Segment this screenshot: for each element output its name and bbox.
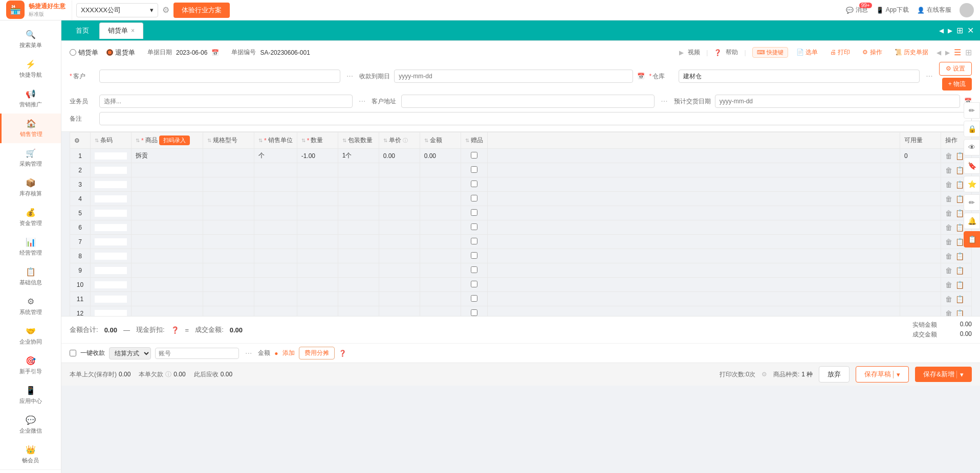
row-pkgqty-10[interactable] xyxy=(338,278,379,292)
row-qty-3[interactable] xyxy=(297,177,338,192)
price-info-icon[interactable]: ⓘ xyxy=(403,137,408,144)
row-gift-2[interactable] xyxy=(461,163,487,177)
row-gift-3[interactable] xyxy=(461,177,487,192)
toolbar-grid-view[interactable]: ⊞ xyxy=(965,48,972,57)
toolbar-select[interactable]: 📄 选单 xyxy=(792,47,822,58)
row-unit-11[interactable] xyxy=(254,292,297,306)
radio-sales[interactable]: 销货单 xyxy=(70,48,98,57)
save-new-dropdown-icon[interactable]: ▾ xyxy=(956,371,964,378)
row-barcode-1[interactable] xyxy=(91,149,132,163)
save-draft-dropdown-icon[interactable]: ▾ xyxy=(893,371,900,378)
row-spec-6[interactable] xyxy=(203,220,254,235)
row-delete-icon-9[interactable]: 🗑 xyxy=(945,266,952,275)
row-delete-icon-8[interactable]: 🗑 xyxy=(945,252,952,260)
row-product-8[interactable] xyxy=(132,249,203,263)
scan-button[interactable]: 扫码录入 xyxy=(159,136,190,145)
row-qty-6[interactable] xyxy=(297,220,338,235)
barcode-input-1[interactable] xyxy=(95,152,127,160)
gift-checkbox-6[interactable] xyxy=(471,223,477,230)
row-barcode-6[interactable] xyxy=(91,220,132,235)
tab-close-icon[interactable]: × xyxy=(131,27,135,34)
row-qty-8[interactable] xyxy=(297,249,338,263)
float-edit-button[interactable]: ✏ xyxy=(964,102,980,119)
row-qty-2[interactable] xyxy=(297,163,338,177)
logistics-button[interactable]: + 物流 xyxy=(942,78,972,91)
sidebar-item-enterprise[interactable]: 🤝 企业协同 xyxy=(0,321,61,351)
row-product-11[interactable] xyxy=(132,292,203,306)
row-spec-1[interactable] xyxy=(203,149,254,163)
settlement-select[interactable]: 结算方式 xyxy=(109,347,151,359)
app-download-button[interactable]: 📱 App下载 xyxy=(876,6,909,14)
warehouse-input[interactable] xyxy=(679,70,920,83)
abandon-button[interactable]: 放弃 xyxy=(819,366,850,382)
sidebar-item-sales[interactable]: 🏠 销售管理 xyxy=(0,114,61,143)
row-price-6[interactable] xyxy=(379,220,420,235)
barcode-input-5[interactable] xyxy=(95,210,127,217)
row-spec-11[interactable] xyxy=(203,292,254,306)
gift-checkbox-12[interactable] xyxy=(471,309,477,316)
row-price-11[interactable] xyxy=(379,292,420,306)
radio-return-input[interactable] xyxy=(106,49,113,56)
th-settings[interactable]: ⚙ xyxy=(70,132,91,149)
row-gift-11[interactable] xyxy=(461,292,487,306)
user-avatar[interactable] xyxy=(960,3,974,17)
row-pkgqty-2[interactable] xyxy=(338,163,379,177)
row-spec-8[interactable] xyxy=(203,249,254,263)
row-amount-12[interactable] xyxy=(420,306,461,317)
row-pkgqty-1[interactable]: 1个 xyxy=(338,149,379,163)
calendar-icon[interactable]: 📅 xyxy=(211,49,219,56)
row-product-5[interactable] xyxy=(132,206,203,220)
sidebar-item-guide[interactable]: 🎯 新手引导 xyxy=(0,351,61,380)
row-delete-icon-2[interactable]: 🗑 xyxy=(945,166,952,174)
expense-split-button[interactable]: 费用分摊 xyxy=(299,347,335,359)
customer-addr-input[interactable] xyxy=(401,95,655,108)
account-input[interactable] xyxy=(155,348,239,359)
salesperson-input[interactable] xyxy=(99,95,353,108)
row-price-7[interactable] xyxy=(379,235,420,249)
row-delete-icon-10[interactable]: 🗑 xyxy=(945,281,952,289)
row-price-3[interactable] xyxy=(379,177,420,192)
barcode-input-11[interactable] xyxy=(95,296,127,303)
row-delete-icon-12[interactable]: 🗑 xyxy=(945,309,952,317)
company-selector[interactable]: XXXXXX公司 ▾ xyxy=(76,3,158,17)
row-qty-7[interactable] xyxy=(297,235,338,249)
expected-delivery-input[interactable] xyxy=(715,95,960,108)
tab-grid-icon[interactable]: ⊞ xyxy=(956,26,963,35)
row-amount-6[interactable] xyxy=(420,220,461,235)
row-spec-7[interactable] xyxy=(203,235,254,249)
barcode-input-2[interactable] xyxy=(95,167,127,174)
row-gift-8[interactable] xyxy=(461,249,487,263)
barcode-input-12[interactable] xyxy=(95,310,127,317)
toolbar-history[interactable]: 📜 历史单据 xyxy=(890,47,932,58)
row-price-2[interactable] xyxy=(379,163,420,177)
gift-checkbox-11[interactable] xyxy=(471,295,477,302)
customer-input[interactable] xyxy=(99,70,340,83)
row-barcode-5[interactable] xyxy=(91,206,132,220)
row-unit-12[interactable] xyxy=(254,306,297,317)
row-product-1[interactable]: 拆贡 xyxy=(132,149,203,163)
row-unit-10[interactable] xyxy=(254,278,297,292)
row-gift-5[interactable] xyxy=(461,206,487,220)
row-barcode-4[interactable] xyxy=(91,192,132,206)
row-price-1[interactable]: 0.00 xyxy=(379,149,420,163)
float-view-button[interactable]: 👁 xyxy=(964,139,980,155)
row-unit-6[interactable] xyxy=(254,220,297,235)
row-copy-icon-2[interactable]: 📋 xyxy=(955,166,964,174)
row-amount-9[interactable] xyxy=(420,263,461,278)
row-unit-4[interactable] xyxy=(254,192,297,206)
row-product-9[interactable] xyxy=(132,263,203,278)
row-price-8[interactable] xyxy=(379,249,420,263)
row-unit-8[interactable] xyxy=(254,249,297,263)
barcode-input-6[interactable] xyxy=(95,224,127,231)
notes-input[interactable] xyxy=(99,112,972,125)
barcode-input-4[interactable] xyxy=(95,195,127,202)
row-gift-12[interactable] xyxy=(461,306,487,317)
row-unit-5[interactable] xyxy=(254,206,297,220)
row-barcode-9[interactable] xyxy=(91,263,132,278)
toolbar-prev[interactable]: ◀ xyxy=(937,49,941,56)
row-delete-icon-1[interactable]: 🗑 xyxy=(945,152,952,160)
row-unit-3[interactable] xyxy=(254,177,297,192)
row-amount-7[interactable] xyxy=(420,235,461,249)
row-spec-5[interactable] xyxy=(203,206,254,220)
gift-checkbox-8[interactable] xyxy=(471,252,477,259)
